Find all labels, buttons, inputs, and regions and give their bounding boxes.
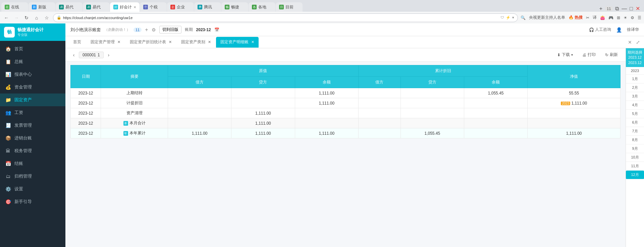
period-end-date: 2023.12 — [627, 60, 643, 65]
address-dropdown-icon[interactable]: ▾ — [512, 15, 514, 20]
sidebar-item-inventory[interactable]: 📦 进销台账 — [0, 132, 65, 144]
browser-tabs-bar: 在 在线 新 新版 易 易代 易 易代 好 好会计 ✕ 个 个税 企 企业 腾 … — [0, 0, 644, 12]
period-month-11[interactable]: 11月 — [626, 162, 644, 171]
window-controls: ✕ ⤢ — [627, 39, 641, 46]
period-month-8[interactable]: 8月 — [626, 136, 644, 144]
browser-tab-t6[interactable]: 个 个税 — [140, 2, 167, 12]
account-count: 11 — [133, 27, 142, 32]
sidebar-item-archive[interactable]: 🗂 归档管理 — [0, 170, 65, 183]
period-month-0[interactable]: 2023 — [626, 67, 644, 75]
browser-tab-t2[interactable]: 新 新版 — [29, 2, 55, 12]
print-button[interactable]: 🖨 打印 — [580, 51, 598, 59]
calendar-icon[interactable]: 📅 — [214, 27, 219, 32]
cell-dep-balance-0: 1,055.45 — [464, 88, 527, 98]
close-browser-icon[interactable]: ✕ — [636, 5, 640, 12]
period-month-4[interactable]: 4月 — [626, 101, 644, 110]
url-text: https://cloud.chanjet.com/accounting/uw1… — [63, 16, 499, 20]
next-record-button[interactable]: › — [105, 52, 112, 58]
sidebar-item-home[interactable]: 🏠 首页 — [0, 43, 65, 55]
page-tab-close-asset_cat[interactable]: ✕ — [208, 40, 211, 44]
game-icon: 🎮 — [608, 15, 613, 20]
page-tab-close-asset_dep[interactable]: ✕ — [169, 40, 172, 44]
prev-record-button[interactable]: ‹ — [70, 52, 77, 58]
home-button[interactable]: ⌂ — [33, 14, 40, 21]
sidebar-item-reports[interactable]: 📊 报表中心 — [0, 68, 65, 81]
address-bar[interactable]: 🔒 https://cloud.chanjet.com/accounting/u… — [53, 13, 518, 22]
sidebar-item-settings[interactable]: ⚙️ 设置 — [0, 183, 65, 195]
tab-favicon: 新 — [32, 5, 37, 9]
refresh-data-button[interactable]: ↻ 刷新 — [602, 51, 621, 59]
cell-dep-credit-2 — [400, 108, 464, 118]
maximize-icon[interactable]: □ — [630, 6, 633, 12]
back-button[interactable]: ← — [3, 14, 10, 21]
cell-date-0: 2023-12 — [71, 88, 101, 98]
row-icon: 年 — [123, 131, 128, 136]
period-month-1[interactable]: 1月 — [626, 75, 644, 83]
browser-chrome: 在 在线 新 新版 易 易代 易 易代 好 好会计 ✕ 个 个税 企 企业 腾 … — [0, 0, 644, 23]
page-tab-asset_dep[interactable]: 固定资产折旧统计表 ✕ — [125, 37, 176, 48]
browser-tab-t8[interactable]: 腾 腾讯 — [194, 2, 221, 12]
sidebar-item-tax[interactable]: 🏛 税务管理 — [0, 144, 65, 157]
account-settings-icon[interactable]: ⚙ — [152, 27, 156, 33]
close-panel-icon[interactable]: ✕ — [627, 39, 633, 46]
browser-tab-t1[interactable]: 在 在线 — [1, 2, 28, 12]
cell-orig-credit-0 — [231, 88, 295, 98]
browser-tab-t10[interactable]: 各 各地 — [249, 2, 275, 12]
page-tab-close-asset_detail[interactable]: ✕ — [251, 40, 254, 44]
human-service-button[interactable]: 🎧 人工咨询 — [589, 27, 611, 33]
browser-tab-t7[interactable]: 企 企业 — [167, 2, 194, 12]
page-tab-asset_mgmt[interactable]: 固定资产管理 ✕ — [86, 37, 125, 48]
page-tab-home[interactable]: 首页 — [69, 37, 86, 48]
browser-tab-t11[interactable]: 目 目前 — [276, 2, 303, 12]
sidebar-item-payroll[interactable]: 👥 工资 — [0, 106, 65, 119]
new-tab-button[interactable]: + — [599, 6, 602, 12]
grid-icon: ⊞ — [617, 15, 620, 20]
tab-favicon: 各 — [252, 5, 257, 9]
browser-tab-t9[interactable]: 畅 畅捷 — [221, 2, 248, 12]
cell-orig-debit-4: 1,111.00 — [168, 128, 231, 138]
tab-favicon: 企 — [170, 5, 175, 9]
headset-icon: 🎧 — [589, 27, 594, 32]
expand-panel-icon[interactable]: ⤢ — [635, 39, 641, 46]
refresh-button[interactable]: ↻ — [23, 14, 30, 21]
switch-version-button[interactable]: 切到旧版 — [159, 26, 181, 34]
bookmark-button[interactable]: ☆ — [43, 14, 50, 21]
page-tab-asset_cat[interactable]: 固定资产类别 ✕ — [177, 37, 215, 48]
user-avatar[interactable]: 👤 — [616, 27, 622, 33]
tab-favicon: 易 — [59, 5, 64, 9]
restore-window-icon[interactable]: ⧉ — [615, 6, 619, 12]
sidebar-item-close[interactable]: 📅 结账 — [0, 157, 65, 170]
period-month-2[interactable]: 2月 — [626, 83, 644, 92]
sidebar-item-ledger[interactable]: 📋 总账 — [0, 55, 65, 68]
browser-tab-t3[interactable]: 易 易代 — [56, 2, 83, 12]
period-month-12[interactable]: 12月 — [626, 171, 644, 179]
sidebar-item-guide[interactable]: 🎯 新手引导 — [0, 195, 65, 208]
minimize-icon[interactable]: — — [622, 6, 627, 12]
period-month-10[interactable]: 10月 — [626, 153, 644, 162]
period-month-7[interactable]: 7月 — [626, 127, 644, 136]
tab-close-icon[interactable]: ✕ — [133, 5, 136, 9]
page-tab-close-asset_mgmt[interactable]: ✕ — [117, 40, 120, 44]
forward-button[interactable]: → — [13, 14, 20, 21]
period-month-5[interactable]: 5月 — [626, 110, 644, 118]
browser-menu-icon[interactable]: ☰ — [638, 15, 641, 20]
period-month-3[interactable]: 3月 — [626, 92, 644, 101]
period-month-6[interactable]: 6月 — [626, 118, 644, 127]
add-account-icon[interactable]: + — [145, 27, 148, 33]
reports-icon: 📊 — [5, 72, 11, 77]
sidebar-item-funds[interactable]: 💰 资金管理 — [0, 81, 65, 94]
search-icon: 🔍 — [521, 15, 526, 20]
browser-tab-t4[interactable]: 易 易代 — [83, 2, 110, 12]
sidebar-item-invoice[interactable]: 🧾 发票管理 — [0, 119, 65, 132]
browser-tab-t5[interactable]: 好 好会计 ✕ — [110, 2, 140, 12]
cell-orig-balance-2 — [295, 108, 358, 118]
tab-count-badge: 11 — [605, 6, 612, 11]
period-label: 账期 — [185, 27, 193, 33]
hot-search-badge[interactable]: 🔥 热搜 — [569, 15, 583, 20]
main-content: 刘小艳演示账套 （勿删勿动！） 11 + ⚙ 切到旧版 账期 2023-12 📅… — [65, 23, 644, 247]
sidebar-item-assets[interactable]: 📁 固定资产 — [0, 94, 65, 106]
tab-label: 畅捷 — [231, 4, 239, 10]
download-button[interactable]: ⬇ 下载 ▾ — [554, 51, 576, 59]
page-tab-asset_detail[interactable]: 固定资产明细账 ✕ — [216, 37, 259, 48]
period-month-9[interactable]: 9月 — [626, 144, 644, 153]
